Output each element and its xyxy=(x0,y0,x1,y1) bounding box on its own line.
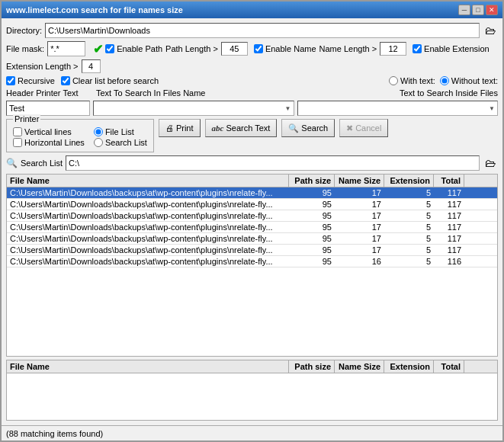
file-list-radio[interactable] xyxy=(94,127,103,136)
bottom-table-body xyxy=(6,373,498,421)
combo-arrow2-icon: ▼ xyxy=(489,105,495,112)
search-label: Search xyxy=(301,123,328,133)
td-total: 117 xyxy=(434,222,464,232)
header-printer-input[interactable] xyxy=(6,101,90,116)
name-length-group: Name Length > xyxy=(319,42,407,56)
printer-section: Printer Vertical lines Horizontal Lines … xyxy=(6,119,154,152)
enable-ext-label: Enable Extension xyxy=(424,44,490,53)
file-mask-input[interactable] xyxy=(47,41,85,56)
bottom-th-namesize: Name Size xyxy=(335,360,384,373)
clear-list-checkbox[interactable] xyxy=(61,76,70,85)
header-spacer xyxy=(464,175,477,187)
td-namesize: 17 xyxy=(335,222,384,232)
enable-name-checkbox[interactable] xyxy=(254,44,263,53)
minimize-button[interactable]: ─ xyxy=(458,5,470,15)
printer-col1: Vertical lines Horizontal Lines xyxy=(13,127,85,147)
recursive-checkbox[interactable] xyxy=(6,76,15,85)
table-row[interactable]: C:\Users\Martin\Downloads\backups\at\wp-… xyxy=(7,199,497,210)
directory-folder-icon[interactable]: 🗁 xyxy=(483,24,498,37)
file-list-label: File List xyxy=(105,127,134,136)
td-namesize: 17 xyxy=(335,245,384,255)
th-namesize: Name Size xyxy=(335,175,384,187)
clear-list-label: Clear list before search xyxy=(72,76,159,85)
td-namesize: 17 xyxy=(335,187,384,198)
enable-name-label: Enable Name xyxy=(265,44,316,53)
th-total: Total xyxy=(434,175,464,187)
without-text-radio[interactable] xyxy=(440,76,449,85)
print-button[interactable]: 🖨 Print xyxy=(159,119,201,137)
header-printer-label: Header Printer Text xyxy=(6,88,90,98)
table-body: C:\Users\Martin\Downloads\backups\at\wp-… xyxy=(6,187,498,357)
text-inside-label: Text to Search Inside Files xyxy=(400,88,498,98)
printer-section-title: Printer xyxy=(13,114,40,123)
cancel-button[interactable]: ✖ Cancel xyxy=(339,119,388,137)
th-pathsize: Path size xyxy=(289,175,335,187)
table-row[interactable]: C:\Users\Martin\Downloads\backups\at\wp-… xyxy=(7,210,497,222)
th-filename: File Name xyxy=(7,175,289,187)
table-header: File Name Path size Name Size Extension … xyxy=(6,174,498,187)
search-list-group: Search List xyxy=(94,138,147,147)
with-text-label: With text: xyxy=(400,76,435,85)
search-button[interactable]: 🔍 Search xyxy=(281,119,335,137)
directory-input[interactable] xyxy=(45,23,480,38)
search-list-row: 🔍 Search List 🗁 xyxy=(6,155,498,171)
td-filename: C:\Users\Martin\Downloads\backups\at\wp-… xyxy=(7,187,289,198)
path-length-input[interactable] xyxy=(221,42,248,56)
td-pathsize: 95 xyxy=(289,256,335,267)
td-total: 117 xyxy=(434,187,464,198)
name-length-input[interactable] xyxy=(380,42,406,56)
status-bar: (88 matching items found) xyxy=(2,425,502,440)
search-icon: 🔍 xyxy=(288,123,299,133)
td-filename: C:\Users\Martin\Downloads\backups\at\wp-… xyxy=(7,210,289,221)
file-list-group: File List xyxy=(94,127,147,136)
search-text-button[interactable]: abc Search Text xyxy=(205,119,278,137)
td-namesize: 17 xyxy=(335,233,384,244)
td-pathsize: 95 xyxy=(289,233,335,244)
clear-list-group: Clear list before search xyxy=(61,76,159,85)
search-list-radio[interactable] xyxy=(94,138,103,147)
search-list-input[interactable] xyxy=(66,155,480,171)
table-row[interactable]: C:\Users\Martin\Downloads\backups\at\wp-… xyxy=(7,187,497,199)
search-list-folder-icon[interactable]: 🗁 xyxy=(483,156,498,170)
text-to-search-combo[interactable]: ▼ xyxy=(93,101,294,116)
maximize-button[interactable]: □ xyxy=(472,5,484,15)
table-row[interactable]: C:\Users\Martin\Downloads\backups\at\wp-… xyxy=(7,256,497,267)
search-list-icon: 🔍 xyxy=(6,158,18,168)
recursive-group: Recursive xyxy=(6,76,55,85)
window-title: www.limelect.com search for file names s… xyxy=(6,5,183,14)
td-pathsize: 95 xyxy=(289,199,335,210)
table-row[interactable]: C:\Users\Martin\Downloads\backups\at\wp-… xyxy=(7,222,497,233)
td-filename: C:\Users\Martin\Downloads\backups\at\wp-… xyxy=(7,256,289,267)
enable-path-checkbox[interactable] xyxy=(105,44,114,53)
td-filename: C:\Users\Martin\Downloads\backups\at\wp-… xyxy=(7,199,289,210)
without-text-label: Without text: xyxy=(451,76,498,85)
vertical-lines-checkbox[interactable] xyxy=(13,127,22,136)
cancel-label: Cancel xyxy=(355,123,381,133)
with-text-group: With text: xyxy=(389,76,435,85)
text-search-inputs-row: ▼ ▼ xyxy=(6,101,498,116)
enable-path-label: Enable Path xyxy=(117,44,162,53)
file-mask-row: File mask: ✔ Enable Path Path Length > E… xyxy=(6,41,498,73)
main-content: Directory: 🗁 File mask: ✔ Enable Path Pa… xyxy=(2,18,502,425)
table-row[interactable]: C:\Users\Martin\Downloads\backups\at\wp-… xyxy=(7,233,497,245)
enable-ext-checkbox[interactable] xyxy=(413,44,422,53)
vertical-lines-group: Vertical lines xyxy=(13,127,85,136)
file-mask-label: File mask: xyxy=(6,44,44,53)
table-row[interactable]: C:\Users\Martin\Downloads\backups\at\wp-… xyxy=(7,245,497,256)
td-namesize: 16 xyxy=(335,256,384,267)
bottom-th-pathsize: Path size xyxy=(289,360,335,373)
recursive-label: Recursive xyxy=(18,76,55,85)
bottom-table-container: File Name Path size Name Size Extension … xyxy=(6,360,498,421)
printer-buttons-row: Printer Vertical lines Horizontal Lines … xyxy=(6,119,498,152)
bottom-th-ext: Extension xyxy=(384,360,434,373)
close-button[interactable]: ✕ xyxy=(486,5,498,15)
with-text-radio[interactable] xyxy=(389,76,398,85)
text-inside-combo[interactable]: ▼ xyxy=(297,101,499,116)
text-to-search-label: Text To Search In Files Name xyxy=(96,88,205,98)
td-pathsize: 95 xyxy=(289,210,335,221)
td-namesize: 17 xyxy=(335,210,384,221)
combo-arrow-icon: ▼ xyxy=(285,105,291,112)
search-text-label: Search Text xyxy=(226,123,270,133)
horizontal-lines-checkbox[interactable] xyxy=(13,138,22,147)
ext-length-input[interactable] xyxy=(82,59,101,73)
